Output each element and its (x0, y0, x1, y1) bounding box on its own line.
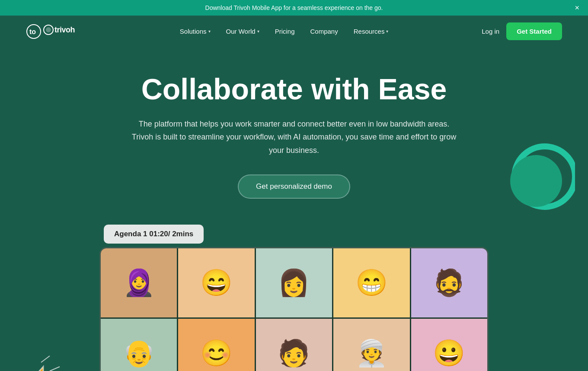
face-cell: 👳 (333, 319, 409, 371)
nav-resources[interactable]: Resources ▾ (348, 24, 395, 38)
navbar: to trivoh Solutions ▾ Our World ▾ Pricin… (0, 16, 588, 47)
person-emoji: 👳 (333, 319, 409, 371)
svg-line-6 (50, 367, 60, 371)
login-button[interactable]: Log in (482, 28, 499, 35)
announcement-text: Download Trivoh Mobile App for a seamles… (205, 4, 383, 11)
person-emoji: 🧔 (411, 248, 487, 317)
decorative-triangle (0, 354, 56, 371)
face-cell: 😄 (178, 248, 254, 317)
face-cell: 😀 (411, 319, 487, 371)
person-emoji: 😄 (178, 248, 254, 317)
decorative-circles (506, 142, 575, 213)
nav-actions: Log in Get Started (482, 22, 562, 40)
person-emoji: 😁 (333, 248, 409, 317)
hero-headline: Collaborate with Ease (141, 73, 447, 105)
person-emoji: 😊 (178, 319, 254, 371)
svg-marker-8 (4, 367, 43, 371)
our-world-chevron-icon: ▾ (257, 29, 259, 34)
face-cell: 👴 (101, 319, 177, 371)
face-cell: 🧕 (101, 248, 177, 317)
person-emoji: 🧕 (101, 248, 177, 317)
svg-text:trivoh: trivoh (54, 25, 75, 34)
agenda-badge: Agenda 1 01:20/ 2mins (104, 225, 204, 244)
face-cell: 😊 (178, 319, 254, 371)
solutions-chevron-icon: ▾ (208, 29, 211, 34)
nav-links: Solutions ▾ Our World ▾ Pricing Company … (174, 24, 395, 38)
face-cell: 🧑 (256, 319, 332, 371)
hero-section: Collaborate with Ease The platform that … (0, 47, 588, 371)
face-cell: 😁 (333, 248, 409, 317)
svg-text:to: to (29, 28, 36, 35)
person-emoji: 👩 (256, 248, 332, 317)
person-emoji: 👴 (101, 319, 177, 371)
resources-chevron-icon: ▾ (386, 29, 388, 34)
nav-solutions[interactable]: Solutions ▾ (174, 24, 217, 38)
logo[interactable]: to trivoh (26, 23, 86, 39)
hero-subtext: The platform that helps you work smarter… (130, 117, 458, 157)
announcement-bar: Download Trivoh Mobile App for a seamles… (0, 0, 588, 16)
person-emoji: 🧑 (256, 319, 332, 371)
demo-button[interactable]: Get personalized demo (238, 174, 350, 199)
person-emoji: 😀 (411, 319, 487, 371)
face-cell: 🧔 (411, 248, 487, 317)
svg-point-11 (510, 155, 562, 207)
video-preview: Agenda 1 01:20/ 2mins 🧕😄👩😁🧔👴😊🧑👳😀🧣👩‍🦱😃🧕🧑‍… (99, 225, 489, 371)
get-started-button[interactable]: Get Started (506, 22, 562, 40)
svg-point-3 (46, 27, 51, 32)
nav-our-world[interactable]: Our World ▾ (220, 24, 265, 38)
logo-text: trivoh (43, 23, 86, 39)
nav-pricing[interactable]: Pricing (269, 24, 301, 38)
svg-line-5 (41, 356, 50, 362)
nav-company[interactable]: Company (304, 24, 344, 38)
video-grid: 🧕😄👩😁🧔👴😊🧑👳😀🧣👩‍🦱😃🧕🧑‍🦱😊👨👩😎👦 (99, 247, 489, 371)
faces-grid: 🧕😄👩😁🧔👴😊🧑👳😀🧣👩‍🦱😃🧕🧑‍🦱😊👨👩😎👦 (101, 248, 487, 371)
face-cell: 👩 (256, 248, 332, 317)
announcement-close-button[interactable]: × (575, 4, 579, 12)
svg-marker-9 (4, 367, 43, 371)
